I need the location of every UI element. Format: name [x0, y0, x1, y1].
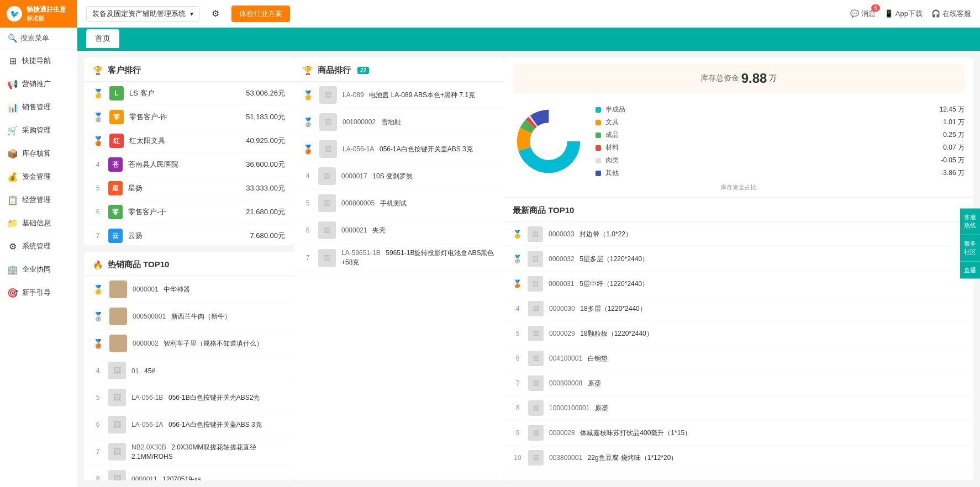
product-thumb: 🖼	[319, 140, 337, 158]
sidebar-item-system[interactable]: ⚙ 系统管理	[0, 235, 77, 258]
new-product-row[interactable]: 8 🖼 10000100001 原垄	[504, 396, 973, 421]
rank-medal: 🥉	[513, 279, 522, 288]
image-icon: 🖼	[533, 430, 539, 436]
new-product-row[interactable]: 6 🖼 004100001 白钢垫	[504, 346, 973, 371]
settings-icon-btn[interactable]: ⚙	[206, 6, 225, 21]
new-product-row[interactable]: 🥉 🖼 0000031 5层中纤（1220*2440）	[504, 272, 973, 297]
product-ranking-row[interactable]: 5 🖼 000800005 手机测试	[294, 190, 504, 217]
rank-number: 7	[303, 254, 313, 262]
image-icon: 🖼	[324, 172, 330, 180]
app-download-btn[interactable]: 📱 App下载	[884, 9, 923, 19]
rank-number: 6	[513, 354, 523, 362]
product-ranking-row[interactable]: 🥇 🖼 LA-089 电池盖 LA-089 ABS本色+黑种 7.1克	[294, 82, 504, 109]
float-action-btn[interactable]: 客服 热线	[960, 209, 980, 235]
product-info: 0000011 12070519-xs	[131, 475, 285, 481]
image-placeholder-icon: 🖼	[113, 366, 121, 375]
product-info: NB2.0X30B 2.0X30MM双搓花轴搓花直径2.1MM/ROHS	[131, 443, 285, 460]
legend-dot	[596, 145, 601, 151]
sidebar-item-enterprise[interactable]: 🏢 企业协同	[0, 258, 77, 281]
new-product-row[interactable]: 🥈 🖼 0000032 5层多层（1220*2440）	[504, 247, 973, 272]
product-ranking-row[interactable]: 4 🖼 0000017 10S 变刹罗煞	[294, 163, 504, 190]
product-name: 18颗粒板（1220*2440）	[580, 330, 652, 337]
nav-label-quick-nav: 快捷导航	[22, 56, 51, 66]
product-name: 056-1A白色按键开关盖ABS 3克	[380, 145, 473, 153]
new-product-row[interactable]: 7 🖼 000800008 原垄	[504, 371, 973, 396]
product-code: LA-59651-1B	[341, 249, 381, 257]
float-action-btn[interactable]: 直播	[960, 261, 980, 278]
customer-row[interactable]: 🥇 L LS 客户 53,006.26元	[84, 82, 294, 105]
inventory-amount: 9.88	[741, 71, 767, 86]
nav-label-enterprise: 企业协同	[22, 264, 51, 274]
product-code: 001000002	[343, 118, 376, 126]
sidebar-item-basic-info[interactable]: 📁 基础信息	[0, 211, 77, 235]
rank-medal: 🥈	[513, 255, 522, 263]
hot-product-row[interactable]: 🥇 0000001 中华神器	[84, 276, 294, 303]
image-icon: 🖼	[533, 256, 539, 262]
product-name: 原垄	[588, 379, 601, 387]
customer-row[interactable]: 🥈 零 零售客户-许 51,183.00元	[84, 105, 294, 129]
customer-ranking-label: 客户排行	[108, 65, 141, 76]
new-product-row[interactable]: 5 🖼 0000029 18颗粒板（1220*2440）	[504, 321, 973, 346]
main-area: 装备及固定资产辅助管理系统 ▾ ⚙ 体验行业方案 💬 消息 6 📱 App下载 …	[77, 0, 980, 487]
product-code: 0000029	[549, 330, 575, 337]
product-ranking-row[interactable]: 6 🖼 0000021 夹壳	[294, 217, 504, 244]
customer-row[interactable]: 4 苍 苍南县人民医院 36,600.00元	[84, 153, 294, 177]
hot-product-row[interactable]: 6 🖼 LA-056-1A 056-1A白色按键开关盖ABS 3克	[84, 411, 294, 438]
hot-product-row[interactable]: 7 🖼 NB2.0X30B 2.0X30MM双搓花轴搓花直径2.1MM/ROHS	[84, 438, 294, 465]
rank-number: 6	[93, 421, 103, 428]
image-icon: 🖼	[324, 254, 330, 262]
product-code: 0000001	[133, 285, 159, 293]
customer-avatar: 云	[108, 229, 123, 243]
customer-avatar: 星	[108, 181, 123, 195]
sidebar-item-inventory[interactable]: 📦 库存核算	[0, 142, 77, 165]
legend-dot	[596, 171, 601, 176]
hot-product-row[interactable]: 🥉 0000002 智利车子里（规格不知道填什么）	[84, 330, 294, 357]
hot-product-row[interactable]: 🥈 000500001 新西兰牛肉（新牛）	[84, 303, 294, 330]
sidebar-item-purchase[interactable]: 🛒 采购管理	[0, 119, 77, 142]
logo-text: 畅捷通好生意 标准版	[27, 6, 66, 22]
nav-icon-sales: 📊	[8, 102, 18, 112]
rank-number: 4	[303, 172, 313, 180]
message-icon: 💬	[850, 9, 859, 18]
product-ranking-row[interactable]: 7 🖼 LA-59651-1B 59651-1B旋转投影灯电池盒ABS黑色+58…	[294, 244, 504, 272]
customer-row[interactable]: 5 星 星扬 33,333.00元	[84, 177, 294, 200]
search-menu[interactable]: 🔍 搜索菜单	[0, 28, 77, 49]
product-thumb	[109, 308, 127, 325]
new-product-row[interactable]: 🥇 🖼 0000033 封边带（1.0*22）	[504, 222, 973, 247]
new-product-row[interactable]: 10 🖼 003800001 22g鱼豆腐-烧烤味（1*12*20）	[504, 446, 973, 470]
customer-row[interactable]: 6 零 零售客户-于 21,680.00元	[84, 200, 294, 224]
image-icon: 🖼	[533, 405, 539, 411]
sidebar-item-operations[interactable]: 📋 经营管理	[0, 188, 77, 211]
rank-medal: 🥇	[93, 284, 104, 295]
sidebar-item-sales[interactable]: 📊 销售管理	[0, 96, 77, 119]
legend-name: 半成品	[605, 105, 935, 114]
sidebar-item-quick-nav[interactable]: ⊞ 快捷导航	[0, 49, 77, 72]
online-service-btn[interactable]: 🎧 在线客服	[931, 9, 971, 19]
hot-product-row[interactable]: 4 🖼 01 45#	[84, 357, 294, 384]
product-more-badge: 22	[357, 67, 369, 74]
tab-home[interactable]: 首页	[86, 29, 119, 50]
nav-label-operations: 经营管理	[22, 195, 51, 205]
customer-row[interactable]: 🥉 红 红太阳文具 40,925.00元	[84, 129, 294, 153]
product-ranking-row[interactable]: 🥈 🖼 001000002 雪地鞋	[294, 109, 504, 136]
sidebar-item-guide[interactable]: 🎯 新手引导	[0, 281, 77, 304]
system-selector[interactable]: 装备及固定资产辅助管理系统 ▾	[86, 6, 199, 22]
chart-label: 库存资金占比	[504, 183, 973, 197]
sidebar-item-marketing[interactable]: 📢 营销推广	[0, 72, 77, 96]
messages-btn[interactable]: 💬 消息 6	[850, 9, 876, 19]
hot-product-row[interactable]: 5 🖼 LA-056-1B 056-1B白色按键开关壳ABS2壳	[84, 384, 294, 411]
new-product-row[interactable]: 4 🖼 0000030 18多层（1220*2440）	[504, 297, 973, 321]
hot-product-row[interactable]: 8 🖼 0000011 12070519-xs	[84, 465, 294, 480]
product-thumb: 🖼	[319, 113, 337, 131]
trial-plan-button[interactable]: 体验行业方案	[231, 6, 290, 22]
customer-name: 苍南县人民医院	[128, 160, 240, 170]
new-product-info: 0000030 18多层（1220*2440）	[549, 304, 965, 314]
product-name: 体减嘉枝味苏打饮品400毫升（1*15）	[580, 429, 691, 437]
customer-row[interactable]: 7 云 云扬 7,680.00元	[84, 224, 294, 245]
float-action-btn[interactable]: 服务 社区	[960, 235, 980, 261]
new-product-row[interactable]: 9 🖼 0000028 体减嘉枝味苏打饮品400毫升（1*15）	[504, 421, 973, 446]
product-ranking-row[interactable]: 🥉 🖼 LA-056-1A 056-1A白色按键开关盖ABS 3克	[294, 136, 504, 163]
legend-name: 材料	[605, 143, 939, 152]
sidebar-item-finance[interactable]: 💰 资金管理	[0, 165, 77, 188]
product-thumb: 🖼	[528, 400, 544, 416]
